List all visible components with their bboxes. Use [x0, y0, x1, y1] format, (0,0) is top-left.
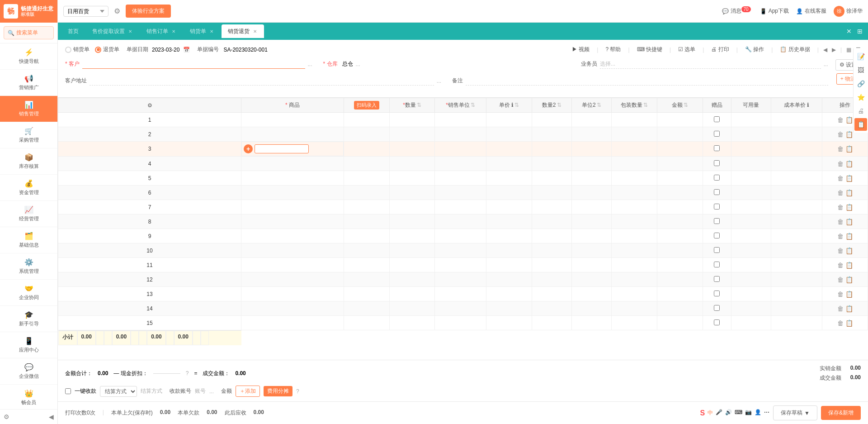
- nav-next-icon[interactable]: ▶: [832, 47, 836, 53]
- gift-checkbox[interactable]: [714, 276, 720, 282]
- collapse-icon[interactable]: ◀: [49, 413, 54, 420]
- delete-row-icon[interactable]: 🗑: [837, 160, 844, 167]
- gift-checkbox[interactable]: [714, 218, 720, 224]
- calendar-icon[interactable]: 📅: [183, 47, 190, 53]
- copy-row-icon[interactable]: 📋: [845, 175, 853, 182]
- delete-row-icon[interactable]: 🗑: [837, 145, 844, 152]
- taskbar-icon-cam[interactable]: 📷: [745, 409, 752, 417]
- tab-sale-delivery[interactable]: 销货单 ✕: [184, 24, 221, 38]
- sidebar-item-member[interactable]: 👑 畅会员: [0, 385, 57, 409]
- user-avatar[interactable]: 徐 徐泽华: [834, 6, 863, 17]
- sidebar-item-finance[interactable]: 💰 资金管理: [0, 175, 57, 201]
- download-button[interactable]: 📱 App下载: [760, 7, 789, 15]
- delete-row-icon[interactable]: 🗑: [837, 204, 844, 211]
- copy-row-icon[interactable]: 📋: [845, 189, 853, 196]
- copy-row-icon[interactable]: 📋: [845, 319, 853, 327]
- gift-checkbox[interactable]: [714, 204, 720, 210]
- taskbar-icon-person[interactable]: 👤: [755, 409, 761, 417]
- right-toolbar-link[interactable]: 🔗: [854, 77, 867, 90]
- sidebar-item-operations[interactable]: 📈 经营管理: [0, 201, 57, 227]
- tab-home[interactable]: 首页: [61, 24, 85, 38]
- th-scan[interactable]: 扫码录入: [344, 98, 389, 113]
- address-input[interactable]: [90, 76, 434, 86]
- settings-icon[interactable]: ⚙: [4, 413, 9, 420]
- nav-prev-icon[interactable]: ◀: [823, 47, 827, 53]
- sidebar-item-shortcut[interactable]: ⚡ 快捷导航: [0, 43, 57, 70]
- save-draft-button[interactable]: 保存草稿 ▼: [773, 405, 817, 420]
- gift-checkbox[interactable]: [714, 305, 720, 311]
- sidebar-item-basic[interactable]: 🗂️ 基础信息: [0, 227, 57, 253]
- tab-sale-order[interactable]: 销售订单 ✕: [140, 24, 183, 38]
- gift-checkbox[interactable]: [714, 247, 720, 253]
- sidebar-item-purchase[interactable]: 🛒 采购管理: [0, 122, 57, 148]
- delete-row-icon[interactable]: 🗑: [837, 291, 844, 298]
- tab-close-icon[interactable]: ✕: [252, 28, 258, 35]
- taskbar-icon-keyboard[interactable]: ⌨: [735, 409, 742, 417]
- customer-dots[interactable]: ...: [308, 61, 312, 67]
- gift-checkbox[interactable]: [714, 116, 720, 122]
- address-dots[interactable]: ...: [437, 78, 441, 84]
- delete-row-icon[interactable]: 🗑: [837, 218, 844, 225]
- save-new-button[interactable]: 保存&新增: [821, 406, 861, 420]
- sidebar-item-marketing[interactable]: 📢 营销推广: [0, 70, 57, 96]
- tab-close-icon[interactable]: ✕: [171, 28, 176, 35]
- select-btn[interactable]: ☑ 选单: [675, 44, 698, 55]
- add-row-button[interactable]: +: [244, 144, 253, 153]
- print-btn[interactable]: 🖨 打印: [708, 44, 731, 55]
- delete-row-icon[interactable]: 🗑: [837, 233, 844, 240]
- sidebar-item-newbie[interactable]: 🎓 新手引导: [0, 306, 57, 332]
- service-button[interactable]: 👤 在线客服: [796, 7, 826, 15]
- delete-row-icon[interactable]: 🗑: [837, 305, 844, 312]
- copy-row-icon[interactable]: 📋: [845, 204, 853, 211]
- close-tab-button[interactable]: ✕: [844, 26, 854, 37]
- salesperson-dots[interactable]: ...: [824, 61, 828, 67]
- taskbar-icon-vol[interactable]: 🔊: [725, 409, 732, 417]
- gift-checkbox[interactable]: [714, 160, 720, 166]
- help-btn[interactable]: ? 帮助: [603, 44, 623, 55]
- fee-help-icon[interactable]: ?: [296, 388, 299, 395]
- right-toolbar-active[interactable]: 📋: [854, 118, 867, 131]
- calc-method-select[interactable]: 结算方式: [100, 386, 137, 397]
- delete-row-icon[interactable]: 🗑: [837, 276, 844, 283]
- tab-sale-return[interactable]: 销货退货 ✕: [222, 24, 264, 38]
- sidebar-item-wechat[interactable]: 💬 企业微信: [0, 358, 57, 385]
- shortcut-btn[interactable]: ⌨ 快捷键: [634, 44, 665, 55]
- sidebar-item-system[interactable]: ⚙️ 系统管理: [0, 253, 57, 280]
- gift-checkbox[interactable]: [714, 175, 720, 181]
- copy-row-icon[interactable]: 📋: [845, 131, 853, 138]
- sidebar-item-inventory[interactable]: 📦 库存核算: [0, 148, 57, 175]
- gift-checkbox[interactable]: [714, 233, 720, 238]
- salesperson-input[interactable]: [600, 59, 821, 69]
- right-toolbar-image[interactable]: 🖼: [854, 64, 867, 76]
- operation-btn[interactable]: 🔧 操作: [742, 44, 767, 55]
- scan-button[interactable]: 扫码录入: [354, 101, 379, 110]
- delete-row-icon[interactable]: 🗑: [837, 262, 844, 269]
- gift-checkbox[interactable]: [714, 262, 720, 267]
- taskbar-icon-dots[interactable]: ⋯: [764, 409, 769, 417]
- delete-row-icon[interactable]: 🗑: [837, 116, 844, 124]
- copy-row-icon[interactable]: 📋: [845, 218, 853, 225]
- copy-row-icon[interactable]: 📋: [845, 233, 853, 240]
- radio-delivery[interactable]: 销货单: [65, 46, 90, 53]
- copy-row-icon[interactable]: 📋: [845, 160, 853, 167]
- right-toolbar-star[interactable]: ⭐: [854, 91, 867, 104]
- gift-checkbox[interactable]: [714, 291, 720, 296]
- calc-method-link[interactable]: 结算方式: [141, 387, 162, 395]
- copy-row-icon[interactable]: 📋: [845, 305, 853, 312]
- message-button[interactable]: 💬 消息 70: [722, 7, 753, 15]
- goods-input-active[interactable]: [255, 144, 309, 153]
- right-toolbar-note[interactable]: 📝: [854, 50, 867, 63]
- copy-row-icon[interactable]: 📋: [845, 116, 853, 124]
- trial-button[interactable]: 体验行业方案: [126, 5, 171, 18]
- delete-row-icon[interactable]: 🗑: [837, 131, 844, 138]
- delete-row-icon[interactable]: 🗑: [837, 175, 844, 182]
- copy-row-icon[interactable]: 📋: [845, 276, 853, 283]
- copy-row-icon[interactable]: 📋: [845, 145, 853, 152]
- expand-tab-button[interactable]: ⊞: [855, 26, 864, 37]
- sidebar-item-sales[interactable]: 📊 销售管理: [0, 96, 57, 122]
- history-btn[interactable]: 📋 历史单据: [777, 44, 812, 55]
- tab-close-icon[interactable]: ✕: [127, 28, 133, 35]
- gear-icon[interactable]: ⚙: [112, 5, 122, 17]
- gift-checkbox[interactable]: [714, 131, 720, 137]
- account-dots[interactable]: ...: [209, 388, 214, 395]
